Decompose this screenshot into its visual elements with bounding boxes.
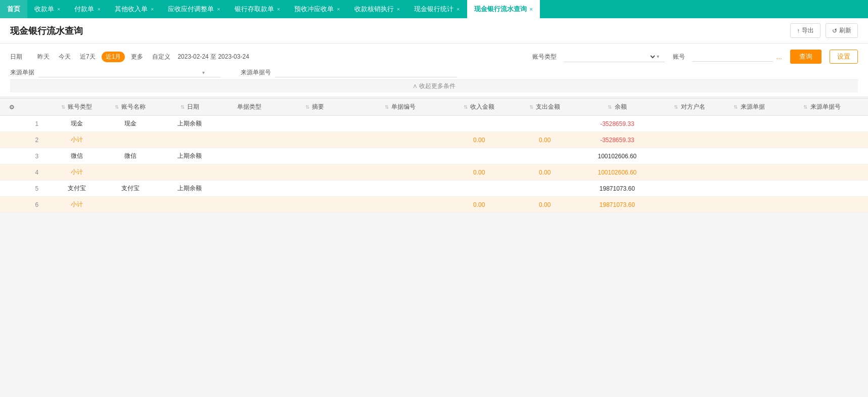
row-date: 上期余额 [157, 116, 222, 132]
close-flow-icon[interactable]: × [530, 6, 533, 12]
row-source-doc [722, 197, 776, 213]
date-today[interactable]: 今天 [56, 52, 74, 62]
sort-doc-no-icon[interactable]: ⇅ [385, 104, 389, 110]
row-doc-no [354, 116, 446, 132]
date-more[interactable]: 更多 [128, 52, 146, 62]
sort-summary-icon[interactable]: ⇅ [305, 104, 309, 110]
collapse-bar[interactable]: ∧ 收起更多条件 [10, 79, 858, 93]
export-button[interactable]: ↑ 导出 [790, 23, 820, 38]
account-type-label: 账号类型 [532, 53, 557, 61]
table-row: 6 小计 0.00 0.00 19871073.60 [0, 197, 868, 213]
row-income: 0.00 [446, 132, 512, 148]
row-date [157, 164, 222, 181]
sort-income-icon[interactable]: ⇅ [464, 104, 468, 110]
date-1month[interactable]: 近1月 [102, 52, 125, 62]
nav-home[interactable]: 首页 [0, 0, 27, 18]
close-prepay-icon[interactable]: × [337, 6, 340, 12]
sort-balance-icon[interactable]: ⇅ [608, 104, 612, 110]
sort-counterparty-icon[interactable]: ⇅ [674, 104, 678, 110]
source-doc-no-input[interactable] [275, 68, 457, 77]
row-counterparty [657, 164, 722, 181]
source-doc-input[interactable] [40, 69, 202, 76]
page-title: 现金银行流水查询 [10, 25, 83, 37]
row-settings-cell [0, 116, 24, 132]
filter-area: 日期 昨天 今天 近7天 近1月 更多 自定义 2023-02-24 至 202… [0, 43, 868, 97]
row-date [157, 197, 222, 213]
nav-bank-deposit[interactable]: 银行存取款单 × [227, 0, 287, 18]
close-bank-deposit-icon[interactable]: × [277, 6, 280, 12]
row-settings-cell [0, 132, 24, 148]
row-balance: 100102606.60 [578, 164, 657, 181]
chevron-up-icon: ∧ [413, 82, 418, 90]
table-row: 2 小计 0.00 0.00 -3528659.33 [0, 132, 868, 148]
row-income: 0.00 [446, 164, 512, 181]
col-source-doc-no-header: ⇅ 来源单据号 [776, 99, 868, 116]
sort-date-icon[interactable]: ⇅ [180, 104, 185, 110]
close-receipt-icon[interactable]: × [57, 6, 60, 12]
sort-source-doc-no-icon[interactable]: ⇅ [803, 104, 807, 110]
row-counterparty [657, 148, 722, 164]
row-expense: 0.00 [512, 197, 578, 213]
account-type-select[interactable]: 现金 微信 支付宝 [566, 53, 657, 61]
close-stat-icon[interactable]: × [456, 6, 460, 12]
refresh-button[interactable]: ↺ 刷新 [826, 23, 858, 38]
date-7days[interactable]: 近7天 [77, 52, 99, 62]
row-income [446, 181, 512, 197]
nav-cash-bank-stat[interactable]: 现金银行统计 × [407, 0, 467, 18]
nav-ar-ap-adjust[interactable]: 应收应付调整单 × [161, 0, 227, 18]
row-num: 5 [24, 181, 50, 197]
row-date [157, 132, 222, 148]
row-date: 上期余额 [157, 181, 222, 197]
close-collection-icon[interactable]: × [397, 6, 400, 12]
date-custom[interactable]: 自定义 [149, 52, 173, 62]
close-ar-ap-icon[interactable]: × [217, 6, 220, 12]
settings-button[interactable]: 设置 [830, 50, 858, 64]
nav-collection-verify[interactable]: 收款核销执行 × [347, 0, 407, 18]
query-button[interactable]: 查询 [790, 50, 821, 64]
table-body: 1 现金 现金 上期余额 -3528659.33 2 小计 0.00 0.00 … [0, 116, 868, 213]
close-payment-icon[interactable]: × [97, 6, 100, 12]
row-account-name: 现金 [104, 116, 157, 132]
sort-account-name-icon[interactable]: ⇅ [115, 104, 119, 110]
sort-account-type-icon[interactable]: ⇅ [61, 104, 65, 110]
nav-receipt[interactable]: 收款单 × [27, 0, 67, 18]
filter-row-2: 来源单据 ▾ 来源单据号 [10, 68, 858, 77]
source-doc-chevron-icon: ▾ [202, 70, 205, 75]
col-counterparty-header: ⇅ 对方户名 [657, 99, 722, 116]
account-type-chevron-icon: ▾ [657, 54, 659, 59]
row-source-doc-no [776, 164, 868, 181]
col-doc-type-header: 单据类型 [222, 99, 275, 116]
nav-prepay-offset[interactable]: 预收冲应收单 × [287, 0, 347, 18]
date-yesterday[interactable]: 昨天 [34, 52, 53, 62]
table-row: 4 小计 0.00 0.00 100102606.60 [0, 164, 868, 181]
nav-other-income[interactable]: 其他收入单 × [108, 0, 161, 18]
col-account-name-header: ⇅ 账号名称 [104, 99, 157, 116]
row-summary [276, 132, 354, 148]
row-account-name: 支付宝 [104, 181, 157, 197]
account-input[interactable] [692, 52, 773, 62]
row-source-doc [722, 148, 776, 164]
row-balance: -3528659.33 [578, 132, 657, 148]
row-settings-cell [0, 181, 24, 197]
row-doc-type [222, 148, 275, 164]
row-num: 6 [24, 197, 50, 213]
table-gear-icon[interactable]: ⚙ [9, 104, 15, 111]
row-account-name: 微信 [104, 148, 157, 164]
nav-payment[interactable]: 付款单 × [67, 0, 107, 18]
sort-source-doc-icon[interactable]: ⇅ [734, 104, 738, 110]
row-counterparty [657, 132, 722, 148]
page-header: 现金银行流水查询 ↑ 导出 ↺ 刷新 [0, 18, 868, 43]
export-icon: ↑ [797, 27, 800, 34]
row-account-type: 小计 [50, 164, 104, 181]
row-summary [276, 164, 354, 181]
top-navigation: 首页 收款单 × 付款单 × 其他收入单 × 应收应付调整单 × 银行存取款单 … [0, 0, 868, 18]
account-more-button[interactable]: ... [776, 53, 782, 61]
row-source-doc-no [776, 148, 868, 164]
close-other-income-icon[interactable]: × [151, 6, 154, 12]
row-expense [512, 116, 578, 132]
nav-cash-bank-flow[interactable]: 现金银行流水查询 × [467, 0, 540, 18]
sort-expense-icon[interactable]: ⇅ [529, 104, 533, 110]
row-settings-cell [0, 197, 24, 213]
col-date-header: ⇅ 日期 [157, 99, 222, 116]
row-settings-cell [0, 164, 24, 181]
